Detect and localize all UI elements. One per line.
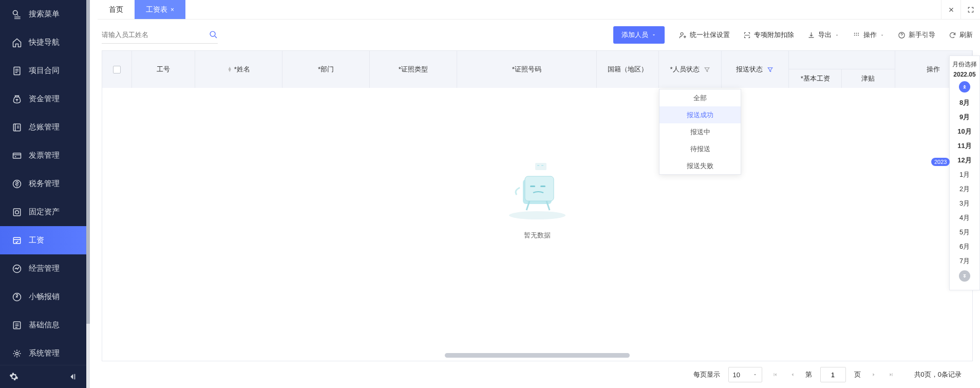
sidebar-item-search-list[interactable]: 搜索菜单 [0,0,86,28]
toolbar-action-export[interactable]: 导出 [807,30,839,40]
month-option[interactable]: 9月 [950,110,979,124]
toolbar-action-help[interactable]: 新手引导 [898,30,935,40]
sidebar-item-money-bag[interactable]: 资金管理 [0,85,86,113]
select-all-checkbox[interactable] [113,66,121,73]
filter-option[interactable]: 报送中 [659,123,741,140]
page-last-button[interactable] [887,370,896,379]
page-next-button[interactable] [869,370,878,379]
search-icon[interactable] [209,30,218,40]
column-header[interactable]: ▲▼*姓名 [195,51,282,88]
month-option[interactable]: 4月 [950,211,979,225]
tabs-row: 首页工资表× [98,0,980,20]
info-icon [11,320,23,331]
tab-0[interactable]: 首页 [98,0,135,19]
month-scroll-down-button[interactable] [959,270,970,282]
toolbar-action-scan[interactable]: 专项附加扣除 [743,30,794,40]
sidebar-item-tax[interactable]: 税务管理 [0,170,86,198]
per-page-select[interactable]: 10 [728,367,762,382]
help-icon [898,31,906,39]
month-option[interactable]: 11月 [950,139,979,153]
sidebar-item-label: 系统管理 [29,348,60,358]
horizontal-scrollbar[interactable] [445,353,630,358]
chevron-down-icon [880,33,884,38]
empty-text: 暂无数据 [524,231,551,240]
svg-rect-28 [537,165,539,166]
month-option[interactable]: 7月 [950,254,979,268]
page-prev-button[interactable] [788,370,797,379]
month-option[interactable]: 1月 [950,168,979,182]
svg-rect-27 [535,163,546,170]
sidebar-item-label: 基础信息 [29,320,60,330]
sidebar-item-asset[interactable]: 固定资产 [0,198,86,226]
toolbar-action-user-gear[interactable]: 统一社保设置 [679,30,730,40]
export-icon [807,31,815,39]
svg-rect-5 [13,209,20,215]
toolbar: 添加人员 统一社保设置专项附加扣除导出操作新手引导刷新 [98,20,980,50]
svg-point-15 [854,32,855,33]
column-label: *证照号码 [512,65,541,74]
month-option[interactable]: 10月 [950,124,979,139]
sort-icon[interactable]: ▲▼ [228,67,232,72]
tab-1[interactable]: 工资表× [135,0,185,19]
sidebar-item-invoice[interactable]: 发票管理 [0,141,86,170]
sidebar-item-label: 固定资产 [29,207,60,217]
column-header: 工号 [132,51,195,88]
month-option[interactable]: 5月 [950,225,979,239]
sidebar-item-label: 工资 [29,235,44,245]
filter-icon[interactable] [704,66,710,73]
sidebar-item-home[interactable]: 快捷导航 [0,28,86,57]
svg-point-14 [684,36,686,38]
search-input[interactable] [102,27,209,43]
settings-icon[interactable] [9,372,18,381]
tab-close-all-button[interactable] [941,0,960,20]
filter-option[interactable]: 报送成功 [659,106,741,123]
tab-close-icon[interactable]: × [171,6,174,13]
month-option[interactable]: 3月 [950,196,979,211]
page-input[interactable] [820,367,846,382]
fullscreen-button[interactable] [960,0,980,20]
sidebar-item-doc[interactable]: 项目合同 [0,57,86,85]
add-person-button[interactable]: 添加人员 [613,26,665,44]
sidebar-item-biz[interactable]: 经营管理 [0,254,86,283]
user-gear-icon [679,31,687,39]
filter-icon[interactable] [767,66,774,73]
month-scroll-up-button[interactable] [959,81,970,93]
svg-rect-24 [525,176,554,201]
column-header[interactable]: 报送状态 [722,51,789,88]
column-label: *人员状态 [670,65,700,74]
month-option[interactable]: 12月 [950,153,979,168]
month-option[interactable]: 2月 [950,182,979,196]
column-header: *证照类型 [370,51,457,88]
sidebar-item-label: 小畅报销 [29,292,60,302]
tax-icon [11,178,23,190]
sidebar-item-info[interactable]: 基础信息 [0,311,86,339]
month-option[interactable]: 8月 [950,96,979,110]
filter-option[interactable]: 待报送 [659,140,741,157]
filter-option[interactable]: 报送失败 [659,157,741,174]
toolbar-action-grid[interactable]: 操作 [853,30,884,40]
collapse-icon[interactable] [68,372,77,381]
sidebar-scrollbar[interactable] [86,0,90,388]
sidebar-item-expense[interactable]: 小畅报销 [0,283,86,311]
invoice-icon [11,150,23,161]
svg-point-16 [856,32,857,33]
refresh-icon [949,31,956,39]
year-badge: 2023 [931,158,950,166]
page-first-button[interactable] [770,370,780,379]
filter-option[interactable]: 全部 [659,89,741,106]
column-header: 国籍（地区） [597,51,659,88]
month-option[interactable]: 6月 [950,239,979,254]
toolbar-action-refresh[interactable]: 刷新 [949,30,973,40]
sidebar-item-system[interactable]: 系统管理 [0,339,86,365]
svg-point-0 [13,10,17,14]
sidebar-item-salary[interactable]: 工资 [0,226,86,254]
column-header[interactable]: *人员状态 [659,51,722,88]
tab-label: 工资表 [146,5,167,14]
svg-point-11 [16,352,18,355]
svg-rect-3 [13,153,21,158]
toolbar-action-label: 刷新 [959,30,973,40]
sidebar-item-ledger[interactable]: 总账管理 [0,113,86,141]
pagination: 每页显示 10 第 页 共0页，0条记录 [98,361,980,388]
svg-point-19 [856,34,857,35]
ledger-icon [11,122,23,133]
